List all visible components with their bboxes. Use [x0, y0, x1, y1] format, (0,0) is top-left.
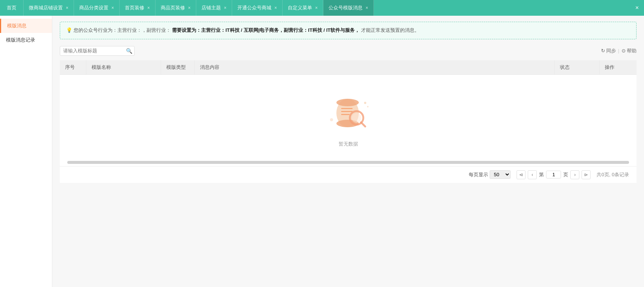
page-label-after: 页	[563, 171, 568, 178]
nav-tab-open-store[interactable]: 开通公众号商城×	[232, 0, 283, 16]
sync-button[interactable]: ↻ 同步	[601, 48, 616, 54]
last-page-button[interactable]: ⊳	[582, 170, 591, 179]
help-icon: ⊙	[622, 48, 626, 54]
nav-tab-label: 自定义菜单	[288, 4, 312, 11]
nav-tab-shop-settings[interactable]: 微商城店铺设置×	[24, 0, 74, 16]
col-type: 模版类型	[161, 60, 194, 75]
notice-text-prefix: 您的公众号行业为：主营行业：，副营行业：	[74, 27, 171, 33]
sidebar: 模版消息模版消息记录	[0, 16, 52, 287]
nav-tab-custom-menu[interactable]: 自定义菜单×	[283, 0, 323, 16]
nav-tab-store-theme[interactable]: 店铺主题×	[196, 0, 232, 16]
sidebar-item-template-msg-log[interactable]: 模版消息记录	[0, 33, 52, 47]
nav-tab-close-store-theme[interactable]: ×	[224, 5, 227, 10]
svg-point-7	[352, 113, 361, 123]
nav-tab-label: 微商城店铺设置	[29, 4, 63, 11]
main-layout: 模版消息模版消息记录 💡 您的公众号行业为：主营行业：，副营行业： 需要设置为：…	[0, 16, 644, 287]
toolbar: 🔍 ↻ 同步 | ⊙ 帮助	[60, 46, 637, 56]
search-icon[interactable]: 🔍	[126, 48, 132, 54]
nav-tab-label: 开通公众号商城	[237, 4, 271, 11]
notice-highlight: 需要设置为：主营行业：IT科技 / 互联网|电子商务，副营行业：IT科技 / I…	[172, 27, 360, 33]
empty-icon	[326, 90, 371, 135]
data-table: 序号 模版名称 模版类型 消息内容 状态 操作	[60, 60, 637, 75]
nav-tab-label: 首页	[7, 4, 16, 11]
per-page-label: 每页显示	[469, 171, 488, 178]
first-page-button[interactable]: ⊲	[517, 170, 526, 179]
svg-point-1	[336, 99, 359, 106]
sync-icon: ↻	[601, 48, 605, 54]
empty-state: 暂无数据	[60, 75, 637, 159]
nav-tab-label: 商品页装修	[161, 4, 185, 11]
close-all-button[interactable]: ×	[630, 0, 644, 16]
nav-tab-label: 公众号模版消息	[329, 4, 363, 11]
col-seq: 序号	[60, 60, 86, 75]
sidebar-item-template-msg[interactable]: 模版消息	[0, 19, 52, 33]
table-header-row: 序号 模版名称 模版类型 消息内容 状态 操作	[60, 60, 637, 75]
help-button[interactable]: ⊙ 帮助	[622, 48, 637, 54]
nav-tab-home[interactable]: 首页	[0, 0, 24, 16]
next-page-button[interactable]: ›	[570, 170, 579, 179]
notice-box: 💡 您的公众号行业为：主营行业：，副营行业： 需要设置为：主营行业：IT科技 /…	[60, 22, 637, 39]
col-status: 状态	[554, 60, 599, 75]
col-content: 消息内容	[194, 60, 554, 75]
nav-tab-close-home-decor[interactable]: ×	[147, 5, 150, 10]
page-label-before: 第	[539, 171, 544, 178]
nav-tab-label: 店铺主题	[201, 4, 221, 11]
nav-tab-home-decor[interactable]: 首页装修×	[120, 0, 155, 16]
nav-tab-label: 商品分类设置	[79, 4, 108, 11]
toolbar-right: ↻ 同步 | ⊙ 帮助	[601, 48, 637, 54]
nav-tab-close-product-decor[interactable]: ×	[188, 5, 191, 10]
svg-line-8	[361, 122, 365, 126]
empty-text: 暂无数据	[339, 141, 358, 147]
col-action: 操作	[599, 60, 637, 75]
prev-page-button[interactable]: ‹	[528, 170, 537, 179]
nav-tab-close-template-msg[interactable]: ×	[366, 5, 368, 10]
horizontal-scrollbar[interactable]	[67, 161, 629, 164]
sync-label: 同步	[606, 48, 616, 54]
scrollbar-row[interactable]	[60, 159, 637, 166]
search-box: 🔍	[60, 46, 135, 56]
total-info: 共0页, 0条记录	[597, 171, 629, 178]
nav-tab-close-category-settings[interactable]: ×	[111, 5, 114, 10]
nav-tab-close-open-store[interactable]: ×	[274, 5, 277, 10]
nav-tab-label: 首页装修	[125, 4, 144, 11]
col-name: 模版名称	[86, 60, 161, 75]
nav-tab-product-decor[interactable]: 商品页装修×	[155, 0, 196, 16]
content-area: 💡 您的公众号行业为：主营行业：，副营行业： 需要设置为：主营行业：IT科技 /…	[52, 16, 644, 287]
nav-tab-category-settings[interactable]: 商品分类设置×	[74, 0, 120, 16]
notice-text-suffix: 才能正常发送预置的消息。	[361, 27, 419, 33]
nav-tab-close-shop-settings[interactable]: ×	[66, 5, 68, 10]
page-input[interactable]	[546, 171, 561, 178]
toolbar-divider: |	[618, 48, 619, 54]
help-label: 帮助	[627, 48, 637, 54]
tip-icon: 💡	[66, 27, 72, 33]
nav-tab-template-msg[interactable]: 公众号模版消息×	[323, 0, 374, 16]
svg-point-10	[367, 106, 369, 107]
svg-point-9	[364, 102, 366, 104]
per-page-dropdown[interactable]: 102050100	[490, 170, 511, 179]
nav-tab-close-custom-menu[interactable]: ×	[315, 5, 318, 10]
svg-point-11	[330, 118, 333, 121]
search-input[interactable]	[63, 48, 126, 54]
per-page-select: 每页显示 102050100	[469, 170, 511, 179]
top-nav: 首页微商城店铺设置×商品分类设置×首页装修×商品页装修×店铺主题×开通公众号商城…	[0, 0, 644, 16]
pagination: 每页显示 102050100 ⊲ ‹ 第 页 › ⊳ 共0页, 0条记录	[60, 166, 637, 183]
